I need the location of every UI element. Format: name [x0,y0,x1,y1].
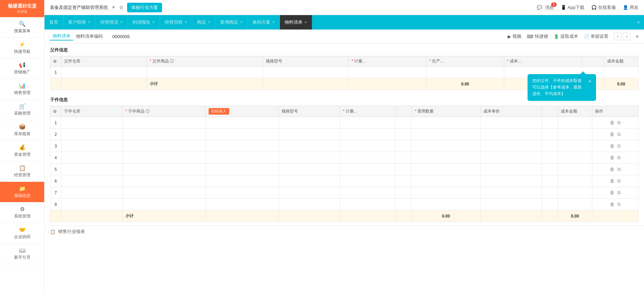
child-warehouse-cell-7[interactable] [61,199,123,210]
delete-icon-2[interactable]: 🗑 [610,143,615,149]
shortcut-button[interactable]: ⌨ 快捷键 [527,33,548,39]
child-unit-cell-7[interactable] [340,199,396,210]
delete-icon-7[interactable]: 🗑 [610,201,615,207]
copy-icon-1[interactable]: ⧉ [617,131,621,137]
child-unit-cost-cell-3[interactable] [481,152,542,164]
child-qty-cell-5[interactable] [411,175,480,187]
nav-tab-2[interactable]: 经营情况× [96,15,128,30]
nav-tab-1[interactable]: 客户联络× [63,15,96,30]
scan-input-button[interactable]: 扫码录入 [209,108,229,115]
prev-page-button[interactable]: ‹ [614,33,621,40]
nav-tab-close-8[interactable]: × [305,20,307,25]
sidebar-item-4[interactable]: 🛒采购管理 [0,100,44,120]
child-product-cell-3[interactable] [123,152,206,164]
child-product-cell-4[interactable] [123,164,206,175]
expand-button[interactable]: ≡ [636,34,639,39]
child-product-cell-0[interactable] [123,117,206,129]
nav-tab-close-5[interactable]: × [208,20,210,25]
child-product-cell-5[interactable] [123,175,206,187]
child-qty-cell-7[interactable] [411,199,480,210]
nav-tab-close-2[interactable]: × [120,20,123,25]
child-unit-cell-6[interactable] [340,187,396,199]
nav-tab-0[interactable]: 首页 [45,15,63,30]
child-spec-cell-6[interactable] [278,187,340,199]
next-page-button[interactable]: › [623,33,630,40]
child-unit-cell-1[interactable] [340,129,396,140]
child-unit-cost-cell-7[interactable] [481,199,542,210]
child-unit-cell-2[interactable] [340,140,396,152]
page-tab-bill-list[interactable]: 物料清单 [50,32,73,40]
sidebar-item-0[interactable]: 🔍搜索菜单 [0,17,44,38]
child-warehouse-cell-0[interactable] [61,117,123,129]
child-warehouse-cell-4[interactable] [61,164,123,175]
copy-icon-3[interactable]: ⧉ [617,155,621,161]
parent-warehouse-cell[interactable] [61,67,147,78]
nav-tab-5[interactable]: 商品× [192,15,215,30]
child-unit-cost-cell-4[interactable] [481,164,542,175]
child-spec-cell-1[interactable] [278,129,340,140]
nav-tab-4[interactable]: 经营历程× [160,15,192,30]
nav-tab-7[interactable]: 条码方案× [248,15,280,30]
child-spec-cell-0[interactable] [278,117,340,129]
child-unit-cost-cell-5[interactable] [481,175,542,187]
copy-icon-0[interactable]: ⧉ [617,120,621,126]
child-unit-cost-cell-0[interactable] [481,117,542,129]
child-qty-cell-3[interactable] [411,152,480,164]
child-product-cell-2[interactable] [123,140,206,152]
sidebar-item-7[interactable]: 📋经营管理 [0,161,44,182]
extract-cost-button[interactable]: 💲 提取成本 [554,33,578,39]
nav-tab-8[interactable]: 物料清单× [280,15,312,30]
child-unit-cell-4[interactable] [340,164,396,175]
delete-icon-0[interactable]: 🗑 [610,120,615,126]
nav-tab-close-1[interactable]: × [88,20,90,25]
parent-col-settings[interactable]: ⚙ [50,56,61,67]
nav-tab-close-6[interactable]: × [240,20,243,25]
child-spec-cell-4[interactable] [278,164,340,175]
delete-icon-1[interactable]: 🗑 [610,131,615,137]
parent-product-cell[interactable] [147,67,263,78]
child-qty-cell-6[interactable] [411,187,480,199]
copy-icon-5[interactable]: ⧉ [617,178,621,184]
copy-icon-6[interactable]: ⧉ [617,190,621,196]
sidebar-item-3[interactable]: 📊销售管理 [0,79,44,100]
child-unit-cell-0[interactable] [340,117,396,129]
nav-tab-6[interactable]: 新增商品× [215,15,248,30]
dropdown-arrow-icon[interactable]: ▼ [111,5,116,10]
parent-spec-cell[interactable] [263,67,349,78]
child-spec-cell-2[interactable] [278,140,340,152]
child-col-settings[interactable]: ⚙ [50,106,61,117]
child-spec-cell-3[interactable] [278,152,340,164]
close-all-tabs-button[interactable]: × [633,20,644,25]
child-col-scan[interactable]: 扫码录入 [206,106,278,117]
delete-icon-6[interactable]: 🗑 [610,190,615,196]
sidebar-item-8[interactable]: 📁基础信息 [0,182,44,202]
page-tab-bill-code[interactable]: 物料清单编码 [73,33,106,40]
child-unit-cost-cell-6[interactable] [481,187,542,199]
document-settings-button[interactable]: 📄 单据设置 [584,33,608,39]
child-qty-cell-1[interactable] [411,129,480,140]
app-download-button[interactable]: 📱 App下载 [561,4,584,11]
child-warehouse-cell-2[interactable] [61,140,123,152]
tooltip-close-button[interactable]: × [589,78,591,85]
sidebar-item-11[interactable]: 📖新手引导 [0,244,44,264]
child-warehouse-cell-1[interactable] [61,129,123,140]
child-product-cell-6[interactable] [123,187,206,199]
nav-tab-close-7[interactable]: × [272,20,275,25]
child-qty-cell-0[interactable] [411,117,480,129]
sidebar-item-5[interactable]: 📦库存核算 [0,120,44,141]
child-product-cell-7[interactable] [123,199,206,210]
child-qty-cell-2[interactable] [411,140,480,152]
nav-tab-3[interactable]: 利润报告× [128,15,160,30]
child-qty-cell-4[interactable] [411,164,480,175]
child-warehouse-cell-6[interactable] [61,187,123,199]
experience-button[interactable]: 体验行业方案 [127,3,162,12]
copy-icon-2[interactable]: ⧉ [617,143,621,149]
child-unit-cell-5[interactable] [340,175,396,187]
delete-icon-5[interactable]: 🗑 [610,178,615,184]
sidebar-item-6[interactable]: 💰资金管理 [0,141,44,161]
copy-icon-4[interactable]: ⧉ [617,166,621,172]
child-unit-cell-3[interactable] [340,152,396,164]
child-warehouse-cell-3[interactable] [61,152,123,164]
child-warehouse-cell-5[interactable] [61,175,123,187]
parent-unit-cell[interactable] [349,67,426,78]
